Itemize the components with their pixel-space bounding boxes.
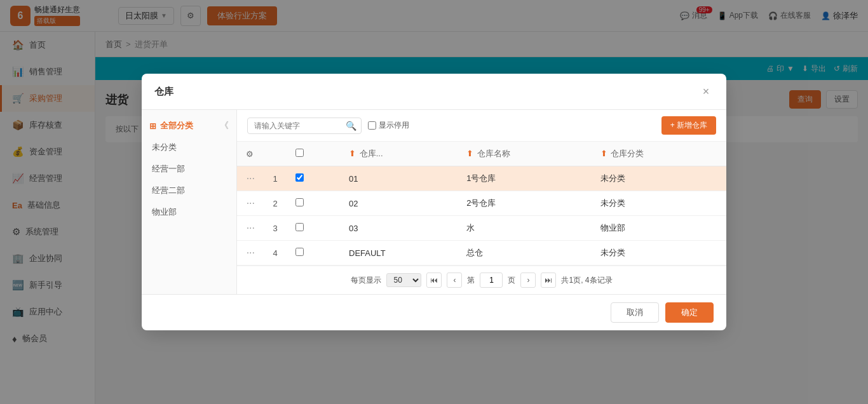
row-name: 总仓: [459, 241, 592, 266]
row-checkbox[interactable]: [295, 173, 304, 182]
sidebar-category-property[interactable]: 物业部: [142, 201, 236, 223]
row-code: 02: [341, 191, 459, 216]
modal-toolbar: 🔍 显示停用 + 新增仓库: [237, 110, 726, 142]
per-page-select[interactable]: 50 100 200: [386, 273, 421, 287]
row-settings-cell: ···: [237, 191, 262, 216]
sidebar-category-dept2[interactable]: 经营二部: [142, 180, 236, 201]
table-row[interactable]: ··· 3 03 水 物业部: [237, 216, 726, 241]
row-code: 01: [341, 166, 459, 191]
row-checkbox-cell: [288, 241, 341, 266]
total-records: 共1页, 4条记录: [561, 275, 612, 286]
table-body: ··· 1 01 1号仓库 未分类 ··· 2 02 2号仓库 未分类 ··· …: [237, 166, 726, 266]
row-checkbox[interactable]: [295, 198, 304, 206]
row-name: 水: [459, 216, 592, 241]
table-row[interactable]: ··· 1 01 1号仓库 未分类: [237, 166, 726, 191]
th-code[interactable]: ⬆ 仓库...: [341, 142, 459, 166]
row-num: 4: [262, 241, 288, 266]
row-category: 物业部: [593, 216, 726, 241]
modal-table-wrap: ⚙ ⬆ 仓库... ⬆ 仓库名称: [237, 142, 726, 266]
row-more-btn[interactable]: ···: [247, 222, 255, 234]
row-name: 2号仓库: [459, 191, 592, 216]
modal-sidebar: ⊞ 全部分类 《 未分类 经营一部 经营二部 物业部: [142, 110, 237, 294]
show-disabled-check[interactable]: [368, 121, 376, 130]
row-settings-cell: ···: [237, 166, 262, 191]
modal-header: 仓库 ×: [142, 74, 726, 110]
warehouse-modal: 仓库 × ⊞ 全部分类 《 未分类 经营一部: [142, 74, 726, 330]
prev-page-btn[interactable]: ‹: [447, 273, 462, 288]
warehouse-table: ⚙ ⬆ 仓库... ⬆ 仓库名称: [237, 142, 726, 266]
table-row[interactable]: ··· 4 DEFAULT 总仓 未分类: [237, 241, 726, 266]
row-code: DEFAULT: [341, 241, 459, 266]
cancel-button[interactable]: 取消: [611, 302, 659, 323]
sort-icon: ⬆: [466, 149, 473, 158]
first-page-btn[interactable]: ⏮: [426, 273, 442, 288]
row-checkbox-cell: [288, 216, 341, 241]
confirm-button[interactable]: 确定: [665, 302, 714, 323]
th-name[interactable]: ⬆ 仓库名称: [459, 142, 592, 166]
modal-sidebar-all-label[interactable]: ⊞ 全部分类: [149, 120, 193, 131]
search-icon[interactable]: 🔍: [346, 121, 356, 131]
row-more-btn[interactable]: ···: [247, 247, 255, 259]
th-checkbox: [288, 142, 341, 166]
sort-icon: ⬆: [349, 149, 356, 158]
page-label: 第: [467, 275, 475, 286]
row-category: 未分类: [593, 191, 726, 216]
last-page-btn[interactable]: ⏭: [541, 273, 556, 288]
modal-title: 仓库: [154, 86, 173, 98]
search-input-wrap: 🔍: [247, 118, 362, 134]
sidebar-category-dept1[interactable]: 经营一部: [142, 158, 236, 180]
row-num: 3: [262, 216, 288, 241]
next-page-btn[interactable]: ›: [520, 273, 536, 288]
modal-search-bar: 🔍 显示停用: [247, 118, 409, 134]
modal-overlay: 仓库 × ⊞ 全部分类 《 未分类 经营一部: [0, 0, 868, 404]
row-checkbox-cell: [288, 166, 341, 191]
row-checkbox[interactable]: [295, 223, 304, 231]
table-header: ⚙ ⬆ 仓库... ⬆ 仓库名称: [237, 142, 726, 166]
sort-icon: ⬆: [600, 149, 607, 158]
search-input[interactable]: [247, 118, 362, 134]
row-code: 03: [341, 216, 459, 241]
table-row[interactable]: ··· 2 02 2号仓库 未分类: [237, 191, 726, 216]
sidebar-category-unclassified[interactable]: 未分类: [142, 137, 236, 158]
row-category: 未分类: [593, 241, 726, 266]
grid-icon: ⊞: [149, 121, 156, 131]
row-num: 1: [262, 166, 288, 191]
th-settings: ⚙: [237, 142, 262, 166]
row-name: 1号仓库: [459, 166, 592, 191]
per-page-label: 每页显示: [351, 275, 381, 286]
th-category[interactable]: ⬆ 仓库分类: [593, 142, 726, 166]
modal-pagination: 每页显示 50 100 200 ⏮ ‹ 第 页 › ⏭ 共1页, 4条记录: [237, 266, 726, 294]
row-settings-cell: ···: [237, 241, 262, 266]
select-all-checkbox[interactable]: [295, 149, 304, 157]
row-settings-cell: ···: [237, 216, 262, 241]
modal-body: ⊞ 全部分类 《 未分类 经营一部 经营二部 物业部: [142, 110, 726, 294]
page-input[interactable]: [480, 273, 503, 288]
modal-sidebar-header: ⊞ 全部分类 《: [142, 115, 236, 137]
add-warehouse-button[interactable]: + 新增仓库: [661, 116, 716, 135]
modal-footer: 取消 确定: [142, 294, 726, 330]
modal-content-area: 🔍 显示停用 + 新增仓库 ⚙: [237, 110, 726, 294]
row-more-btn[interactable]: ···: [247, 173, 255, 184]
show-disabled-checkbox[interactable]: 显示停用: [368, 120, 409, 131]
row-category: 未分类: [593, 166, 726, 191]
row-checkbox-cell: [288, 191, 341, 216]
sidebar-collapse-btn[interactable]: 《: [220, 120, 229, 131]
th-num: [262, 142, 288, 166]
page-suffix: 页: [508, 275, 515, 286]
row-more-btn[interactable]: ···: [247, 198, 255, 209]
row-num: 2: [262, 191, 288, 216]
modal-close-button[interactable]: ×: [698, 84, 714, 99]
row-checkbox[interactable]: [295, 248, 304, 256]
